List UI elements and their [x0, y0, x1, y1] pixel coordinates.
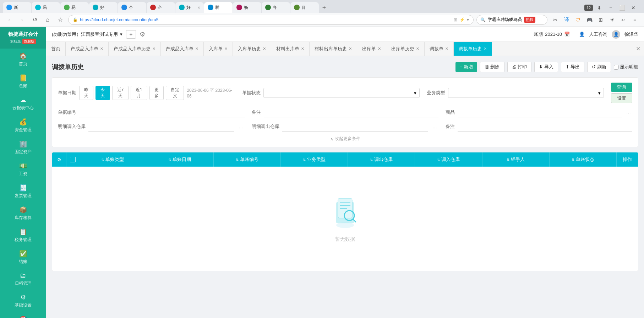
- sidebar-item-invoice[interactable]: 🧾 发票管理: [0, 180, 46, 202]
- th-status[interactable]: ⇅ 单账状态: [550, 152, 617, 167]
- doc-tab-10[interactable]: 调拨单 ✕: [425, 42, 454, 56]
- undo-icon[interactable]: ↩: [618, 15, 628, 25]
- minimize-icon[interactable]: －: [606, 3, 616, 13]
- doc-tabs-close-button[interactable]: ✕: [632, 45, 644, 52]
- sidebar-item-ledger[interactable]: 📒 总账: [0, 71, 46, 93]
- docnum-input[interactable]: [79, 107, 245, 117]
- new-tab-button[interactable]: +: [319, 3, 329, 13]
- extension-icon-2[interactable]: 🎮: [584, 15, 594, 25]
- browser-tab-10[interactable]: 各: [262, 2, 290, 13]
- sidebar-item-basic[interactable]: ⚙ 基础设置: [0, 290, 46, 312]
- downloads-icon[interactable]: ⬇: [594, 3, 604, 13]
- browser-tab-7-close[interactable]: ✕: [197, 6, 200, 10]
- th-biz[interactable]: ⇅ 业务类型: [281, 152, 348, 167]
- add-company-button[interactable]: +: [126, 30, 136, 39]
- doc-tab-6-close[interactable]: ✕: [301, 46, 304, 51]
- doc-tab-9[interactable]: 出库单历史 ✕: [386, 42, 425, 56]
- doc-tab-8[interactable]: 出库单 ✕: [357, 42, 386, 56]
- doc-tab-4-close[interactable]: ✕: [224, 46, 228, 51]
- home-button[interactable]: ⌂: [43, 15, 53, 25]
- doc-tab-3-close[interactable]: ✕: [195, 46, 198, 51]
- browser-tab-9[interactable]: 畅: [233, 2, 261, 13]
- reload-button[interactable]: ↺: [30, 15, 40, 25]
- doc-tab-1-close[interactable]: ✕: [100, 46, 103, 51]
- export-button[interactable]: ⬆ 导出: [561, 62, 585, 72]
- out-warehouse-dots-button[interactable]: …: [431, 124, 438, 129]
- date-btn-today[interactable]: 今天: [95, 86, 110, 100]
- doc-tab-9-close[interactable]: ✕: [416, 46, 419, 51]
- th-date[interactable]: ⇅ 单账日期: [146, 152, 213, 167]
- remark-input[interactable]: [264, 107, 438, 117]
- sidebar-item-fund[interactable]: 💰 资金管理: [0, 115, 46, 136]
- back-button[interactable]: ‹: [4, 15, 14, 25]
- scissors-icon[interactable]: ✂: [550, 15, 560, 25]
- biz-select[interactable]: ▾: [448, 88, 604, 98]
- doc-tab-2[interactable]: 产成品入库单历史 ✕: [109, 42, 161, 56]
- th-out[interactable]: ⇅ 调出仓库: [348, 152, 415, 167]
- collapse-button[interactable]: ∧ 收起更多条件: [58, 136, 632, 142]
- sidebar-item-archive[interactable]: 🗂 归档管理: [0, 268, 46, 290]
- sidebar-item-inventory[interactable]: 📦 库存核算: [0, 202, 46, 224]
- search-bar[interactable]: 🔍 学霸应聘场驱鸟员 热搜: [476, 15, 547, 25]
- doc-tab-2-close[interactable]: ✕: [152, 46, 155, 51]
- sidebar-item-asset[interactable]: 🏢 固定资产: [0, 136, 46, 158]
- browser-tab-5[interactable]: 个: [118, 2, 146, 13]
- extension-icon-1[interactable]: 🛡: [573, 15, 583, 25]
- status-select[interactable]: ▾: [263, 88, 419, 98]
- doc-tab-6[interactable]: 材料出库单 ✕: [271, 42, 310, 56]
- sidebar-item-home[interactable]: 🏠 首页: [0, 49, 46, 71]
- dropdown-icon[interactable]: ▾: [467, 17, 469, 22]
- browser-tab-8[interactable]: 腾: [204, 2, 233, 13]
- forward-button[interactable]: ›: [17, 15, 27, 25]
- refresh-button[interactable]: ↺ 刷新: [587, 62, 611, 72]
- sidebar-item-report[interactable]: ☁ 云报表中心: [0, 93, 46, 115]
- sidebar-item-tax[interactable]: 📋 税务管理: [0, 224, 46, 246]
- settings-gear-icon[interactable]: ⚙: [140, 30, 145, 38]
- goods-dots-button[interactable]: …: [625, 110, 632, 115]
- doc-tab-11[interactable]: 调拨单历史 ✕: [454, 42, 492, 56]
- doc-tab-8-close[interactable]: ✕: [378, 46, 381, 51]
- th-gear[interactable]: ⚙: [52, 152, 66, 167]
- goods-input[interactable]: [458, 107, 622, 117]
- th-person[interactable]: ⇅ 经手人: [482, 152, 550, 167]
- doc-tab-11-close[interactable]: ✕: [484, 46, 487, 51]
- apps-icon[interactable]: ⊞: [596, 15, 606, 25]
- query-button[interactable]: 查询: [611, 83, 632, 92]
- th-type[interactable]: ⇅ 单账类型: [79, 152, 146, 167]
- doc-tab-5[interactable]: 入库单历史 ✕: [233, 42, 271, 56]
- translate-icon[interactable]: 译: [562, 15, 572, 25]
- settings-filter-button[interactable]: 设置: [611, 93, 632, 103]
- doc-tab-4[interactable]: 入库单 ✕: [204, 42, 233, 56]
- browser-tab-11[interactable]: 目: [290, 2, 319, 13]
- doc-tab-5-close[interactable]: ✕: [263, 46, 266, 51]
- date-btn-yesterday[interactable]: 昨天: [79, 86, 93, 100]
- sidebar-item-guide[interactable]: 🎯 新手引导: [0, 312, 46, 318]
- date-btn-custom[interactable]: 自定义: [166, 86, 184, 100]
- browser-tab-6[interactable]: 企: [147, 2, 175, 13]
- doc-tab-7-close[interactable]: ✕: [349, 46, 352, 51]
- doc-tab-3[interactable]: 产成品入库单 ✕: [161, 42, 204, 56]
- browser-tab-4[interactable]: 好: [89, 2, 118, 13]
- doc-tab-1[interactable]: 产成品入库单 ✕: [66, 42, 109, 56]
- doc-tab-10-close[interactable]: ✕: [445, 46, 448, 51]
- url-bar[interactable]: 🔒 https://cloud.chanjet.com/accounting/u…: [68, 15, 474, 25]
- date-btn-1month[interactable]: 近1月: [131, 86, 147, 100]
- menu-icon[interactable]: ≡: [630, 15, 640, 25]
- browser-tab-1[interactable]: 新: [3, 2, 31, 13]
- close-icon[interactable]: ✕: [628, 3, 638, 13]
- doc-tab-home[interactable]: 首页: [46, 42, 66, 56]
- new-button[interactable]: + 新增: [455, 62, 477, 72]
- th-num[interactable]: ⇅ 单账编号: [214, 152, 281, 167]
- select-all-checkbox[interactable]: [70, 157, 76, 162]
- user-name[interactable]: 徐泽华: [624, 31, 638, 38]
- show-cols-checkbox[interactable]: [614, 65, 618, 69]
- consultant-label[interactable]: 人工咨询: [589, 31, 607, 38]
- sidebar-item-wage[interactable]: 💵 工资: [0, 158, 46, 180]
- browser-tab-7[interactable]: 好 ✕: [175, 2, 204, 13]
- maximize-icon[interactable]: ⬜: [617, 3, 627, 13]
- delete-button[interactable]: 🗑 删除: [480, 62, 504, 72]
- th-in[interactable]: ⇅ 调入仓库: [415, 152, 482, 167]
- date-btn-more[interactable]: 更多: [149, 86, 164, 100]
- in-warehouse-dots-button[interactable]: …: [237, 124, 245, 129]
- sidebar-item-settle[interactable]: ✅ 结账: [0, 246, 46, 268]
